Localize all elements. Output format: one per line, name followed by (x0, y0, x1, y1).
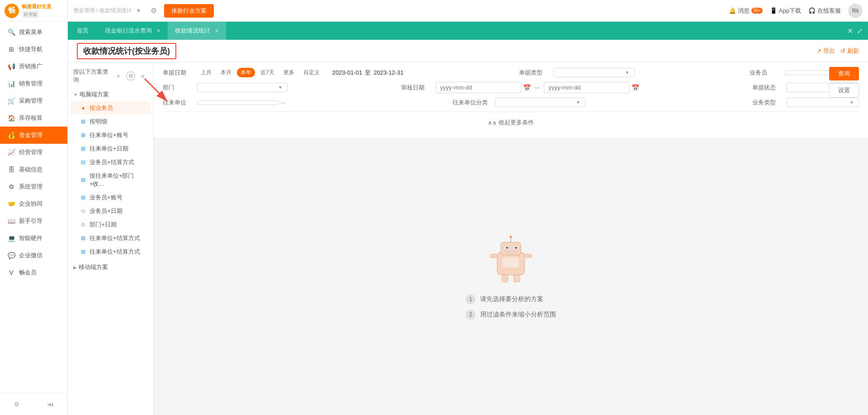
date-btn-lastmonth[interactable]: 上月 (197, 68, 215, 77)
marketing-icon: 📢 (7, 62, 15, 71)
sidebar-item-finance[interactable]: 💰 资金管理 (0, 127, 67, 144)
step1-num: 1 (466, 294, 476, 304)
counterpart-dots[interactable]: ··· (280, 99, 286, 106)
try-solution-btn[interactable]: 体验行业方案 (164, 4, 214, 18)
date-btn-thisyear[interactable]: 本年 (237, 68, 255, 77)
sidebar-nav: 🔍 搜索菜单 ⊞ 快捷导航 📢 营销推广 📊 销售管理 🛒 采购管理 🏠 (0, 22, 67, 393)
sales-icon: 📊 (7, 80, 15, 88)
page-header-actions: ↗ 导出 ↺ 刷新 (816, 47, 859, 55)
settings-footer-btn[interactable]: ⚙ (9, 397, 24, 411)
tab-receivable-stats[interactable]: 收款情况统计 ✕ (168, 22, 226, 40)
collapse-sidebar-btn[interactable]: ⏮ (43, 397, 58, 411)
collapse-more-btn[interactable]: ∧∧ 收起更多条件 (488, 116, 534, 129)
sidebar-item-inventory[interactable]: 🏠 库存核算 (0, 109, 67, 127)
counterpart-select[interactable] (197, 100, 278, 105)
tree-group-desktop-header[interactable]: ▼ 电脑端方案 (71, 88, 151, 101)
settings-btn[interactable]: 设置 (829, 83, 859, 98)
tree-item-label-unit-payment1: 往来单位+结算方式 (90, 234, 140, 242)
tree-item-dept-date[interactable]: ⊙ 部门+日期 (71, 218, 151, 231)
tree-group-mobile-header[interactable]: ▶ 移动端方案 (71, 260, 151, 274)
sidebar-item-newbie[interactable]: 📖 新手引导 (0, 212, 67, 230)
tree-item-label-detail: 按明细 (90, 118, 107, 126)
sidebar-item-wechat[interactable]: 💬 企业微信 (0, 247, 67, 264)
notification-btn[interactable]: 🔔 消息 99+ (729, 7, 763, 15)
collapse-panel-btn[interactable]: « (138, 71, 148, 81)
query-btn[interactable]: 查询 (829, 67, 859, 80)
sysmanage-icon: ⚙ (7, 183, 15, 191)
review-date-to-cal-icon[interactable]: 📅 (632, 84, 639, 91)
sidebar-item-purchase[interactable]: 🛒 采购管理 (0, 92, 67, 109)
user-avatar[interactable]: Rit (848, 4, 863, 18)
sidebar-item-quicknav[interactable]: ⊞ 快捷导航 (0, 41, 67, 58)
tree-item-salesman-payment[interactable]: ⊟ 业务员+结算方式 (71, 156, 151, 169)
tab-bar-right: ✕ ⤢ (847, 27, 868, 35)
logo-edition: 标准版 (22, 11, 39, 18)
sidebar-item-basicinfo[interactable]: 🗄 基础信息 (0, 161, 67, 178)
refresh-btn[interactable]: ↺ 刷新 (840, 47, 859, 55)
sidebar-item-cooperation[interactable]: 🤝 企业协同 (0, 195, 67, 212)
tree-item-unit-account[interactable]: ⊞ 往来单位+账号 (71, 128, 151, 142)
tab-receivable-stats-close[interactable]: ✕ (215, 28, 219, 34)
online-service-btn[interactable]: 🎧 在线客服 (808, 7, 841, 15)
review-date-from-input[interactable] (435, 82, 521, 93)
voucher-type-select[interactable]: ▼ (553, 68, 635, 77)
sidebar-item-marketing[interactable]: 📢 营销推广 (0, 58, 67, 75)
sidebar-item-sales[interactable]: 📊 销售管理 (0, 75, 67, 92)
tree-item-by-salesman[interactable]: ● 按业务员 (71, 101, 151, 115)
salesman-date-icon: ⊙ (80, 208, 87, 215)
sidebar-item-sysmanage[interactable]: ⚙ 系统管理 (0, 178, 67, 195)
tree-item-label-unit-dept: 按往来单位+部门+收... (90, 172, 148, 188)
date-btn-custom[interactable]: 自定义 (300, 68, 323, 77)
export-label: 导出 (823, 47, 835, 55)
tree-item-unit-payment1[interactable]: ⊞ 往来单位+结算方式 (71, 231, 151, 245)
sidebar-item-member[interactable]: V 畅会员 (0, 264, 67, 281)
finance-icon: 💰 (7, 131, 15, 139)
tree-item-salesman-account[interactable]: ⊞ 业务员+账号 (71, 191, 151, 204)
operations-icon: 📈 (7, 148, 15, 156)
step1-text: 请先选择要分析的方案 (480, 295, 543, 303)
app-download-btn[interactable]: 📱 App下载 (770, 7, 801, 15)
tab-home[interactable]: 首页 (68, 27, 98, 35)
sidebar-item-operations[interactable]: 📈 经营管理 (0, 144, 67, 161)
tree-item-unit-dept[interactable]: ⊞ 按往来单位+部门+收... (71, 169, 151, 191)
trial-btn[interactable]: 体验行业方案 (164, 4, 214, 18)
tree-item-detail[interactable]: ⊞ 按明细 (71, 115, 151, 128)
sidebar-item-label-marketing: 营销推广 (19, 62, 42, 71)
topbar-gear-btn[interactable]: ⚙ (151, 6, 157, 15)
sidebar-item-label-sysmanage: 系统管理 (19, 183, 42, 191)
export-btn[interactable]: ↗ 导出 (816, 47, 835, 55)
tree-item-unit-date[interactable]: ⊞ 往来单位+日期 (71, 142, 151, 156)
counterpart-type-arrow-icon: ▼ (576, 100, 580, 105)
review-date-from-cal-icon[interactable]: 📅 (523, 84, 531, 91)
date-btn-7days[interactable]: 近7天 (257, 68, 278, 77)
tab-maximize-icon[interactable]: ⤢ (857, 27, 863, 35)
sidebar-item-search[interactable]: 🔍 搜索菜单 (0, 24, 67, 41)
dept-select[interactable]: ▼ (197, 83, 288, 92)
add-scheme-btn[interactable]: + (113, 71, 123, 81)
date-btn-thismonth[interactable]: 本月 (217, 68, 235, 77)
collapse-row: ∧∧ 收起更多条件 (163, 112, 859, 133)
tree-item-unit-payment2[interactable]: ⊞ 往来单位+结算方式 (71, 245, 151, 259)
tab-bank-flow-close[interactable]: ✕ (156, 28, 160, 34)
sidebar-item-label-operations: 经营管理 (19, 148, 42, 156)
sidebar-item-hardware[interactable]: 💻 智能硬件 (0, 230, 67, 247)
breadcrumb-dropdown-icon[interactable]: ▼ (136, 7, 142, 14)
member-icon: V (7, 269, 15, 277)
tab-bank-flow[interactable]: 现金银行流水查询 ✕ (98, 22, 168, 40)
logo-icon: 畅 (5, 4, 19, 18)
tree-item-salesman-date[interactable]: ⊙ 业务员+日期 (71, 204, 151, 218)
tab-close-all-icon[interactable]: ✕ (847, 27, 853, 35)
collapse-label: 收起更多条件 (499, 118, 534, 127)
counterpart-type-select[interactable]: ▼ (495, 98, 585, 107)
tree-item-label-unit-date: 往来单位+日期 (90, 145, 128, 153)
grid-icon: ⊞ (7, 45, 15, 53)
content-area: 按以下方案查询 + ⚙ « (68, 62, 868, 415)
gear-scheme-btn[interactable]: ⚙ (126, 71, 135, 80)
svg-rect-13 (502, 275, 508, 282)
date-btn-more[interactable]: 更多 (280, 68, 298, 77)
review-date-to-input[interactable] (544, 82, 630, 93)
counterpart-field-group: ··· (197, 99, 286, 106)
tree-item-label-unit-account: 往来单位+账号 (90, 131, 128, 139)
notification-icon: 🔔 (729, 7, 736, 14)
business-type-select[interactable]: ▼ (787, 98, 859, 107)
